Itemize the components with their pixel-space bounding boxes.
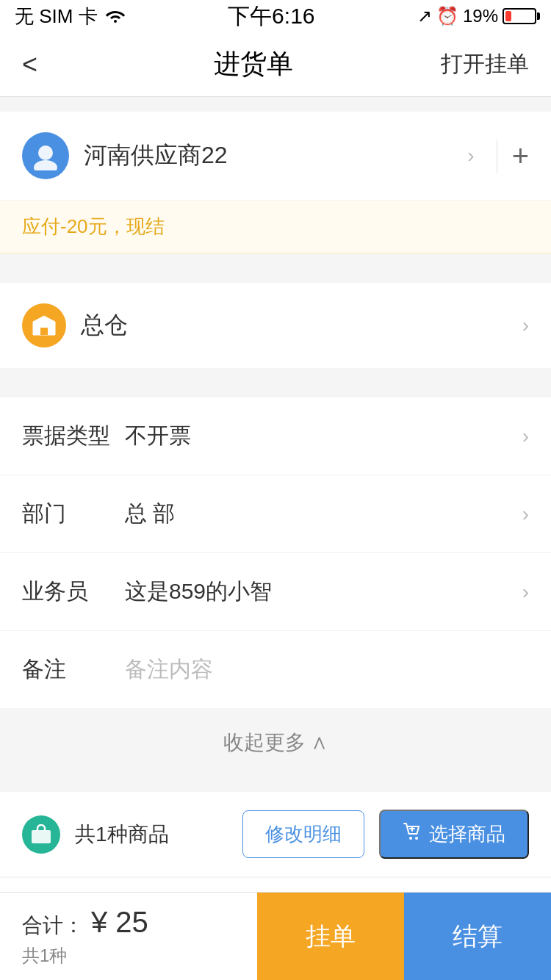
status-left: 无 SIM 卡	[15, 4, 126, 29]
select-product-button[interactable]: 选择商品	[379, 810, 529, 859]
nav-bar: < 进货单 打开挂单	[0, 32, 551, 97]
hang-label: 挂单	[306, 920, 356, 954]
divider-1	[0, 253, 551, 268]
product-header-icon	[22, 815, 60, 854]
warehouse-icon	[22, 303, 66, 347]
page-title: 进货单	[214, 46, 293, 82]
supplier-avatar	[22, 132, 69, 179]
svg-point-0	[38, 145, 53, 160]
svg-point-4	[409, 837, 412, 840]
total-amount: ¥ 25	[91, 906, 148, 939]
total-label-row: 合计： ¥ 25	[22, 906, 235, 940]
collapse-bar[interactable]: 收起更多 ∧	[0, 708, 551, 777]
salesman-chevron-icon: ›	[522, 580, 529, 604]
status-bar: 无 SIM 卡 下午6:16 ↗ ⏰ 19%	[0, 0, 551, 32]
supplier-chevron-icon: ›	[467, 144, 474, 167]
invoice-value: 不开票	[125, 421, 522, 451]
salesman-label: 业务员	[22, 577, 110, 607]
warehouse-row[interactable]: 总仓 ›	[0, 283, 551, 368]
open-hang-button[interactable]: 打开挂单	[441, 49, 529, 79]
wifi-icon	[105, 5, 126, 28]
form-section: 票据类型 不开票 › 部门 总 部 › 业务员 这是859的小智 › 备注 备注…	[0, 397, 551, 708]
department-chevron-icon: ›	[522, 502, 529, 526]
product-header: 共1种商品 修改明细 选择商品	[0, 792, 551, 876]
alarm-icon: ⏰	[436, 6, 458, 26]
carrier-label: 无 SIM 卡	[15, 4, 98, 29]
department-label: 部门	[22, 499, 110, 529]
edit-detail-button[interactable]: 修改明细	[242, 810, 364, 858]
product-header-card: 共1种商品 修改明细 选择商品	[0, 792, 551, 876]
back-button[interactable]: <	[22, 49, 66, 80]
remark-input[interactable]: 备注内容	[125, 655, 529, 685]
settle-label: 结算	[453, 920, 503, 954]
department-value: 总 部	[125, 499, 522, 529]
add-supplier-button[interactable]: +	[497, 140, 529, 173]
total-section: 合计： ¥ 25 共1种	[0, 893, 257, 980]
svg-point-1	[34, 160, 57, 170]
notice-text: 应付-20元，现结	[22, 215, 165, 237]
warehouse-chevron-icon: ›	[522, 314, 529, 337]
salesman-value: 这是859的小智	[125, 577, 522, 607]
warehouse-name: 总仓	[81, 309, 522, 342]
battery-icon	[503, 8, 536, 24]
remark-label: 备注	[22, 655, 110, 685]
bottom-bar: 合计： ¥ 25 共1种 挂单 结算	[0, 892, 551, 980]
notice-bar: 应付-20元，现结	[0, 201, 551, 253]
divider-2	[0, 368, 551, 383]
remark-row[interactable]: 备注 备注内容	[0, 631, 551, 708]
invoice-row[interactable]: 票据类型 不开票 ›	[0, 397, 551, 475]
product-count-label: 共1种商品	[75, 821, 228, 849]
select-product-label: 选择商品	[429, 821, 505, 847]
hang-button[interactable]: 挂单	[257, 893, 404, 980]
svg-point-5	[415, 837, 418, 840]
status-right: ↗ ⏰ 19%	[417, 6, 536, 26]
department-row[interactable]: 部门 总 部 ›	[0, 475, 551, 553]
top-divider	[0, 97, 551, 112]
salesman-row[interactable]: 业务员 这是859的小智 ›	[0, 553, 551, 631]
cart-icon	[403, 822, 422, 846]
supplier-row: 河南供应商22 › +	[0, 112, 551, 201]
invoice-chevron-icon: ›	[522, 425, 529, 448]
total-prefix: 合计：	[22, 912, 84, 940]
warehouse-card[interactable]: 总仓 ›	[0, 283, 551, 368]
total-count: 共1种	[22, 944, 235, 968]
supplier-card: 河南供应商22 › + 应付-20元，现结	[0, 112, 551, 253]
collapse-label: 收起更多 ∧	[223, 731, 328, 754]
divider-3	[0, 777, 551, 792]
supplier-name[interactable]: 河南供应商22	[84, 140, 467, 172]
invoice-label: 票据类型	[22, 421, 110, 451]
svg-rect-2	[40, 328, 48, 335]
battery-percent: 19%	[463, 6, 498, 26]
status-time: 下午6:16	[228, 1, 314, 32]
svg-rect-3	[32, 830, 51, 843]
settle-button[interactable]: 结算	[404, 893, 551, 980]
location-icon: ↗	[417, 6, 432, 26]
